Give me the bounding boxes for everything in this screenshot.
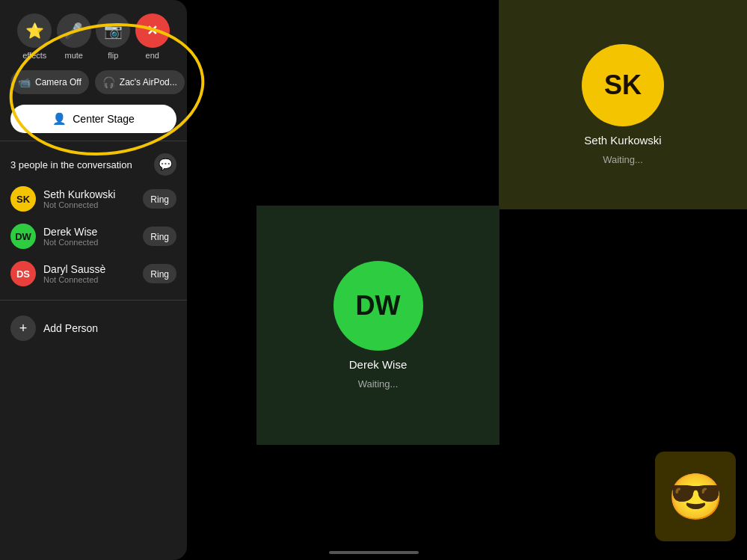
daryl-ring-label: Ring xyxy=(150,269,169,280)
center-stage-button[interactable]: 👤 Center Stage xyxy=(10,105,176,133)
daryl-ring-button[interactable]: Ring xyxy=(143,264,176,283)
seth-status: Not Connected xyxy=(43,200,135,209)
derek-ring-button[interactable]: Ring xyxy=(143,227,176,246)
flip-button[interactable]: 📷 flip xyxy=(96,13,130,60)
daryl-status: Not Connected xyxy=(43,275,135,284)
derek-name: Derek Wise xyxy=(43,226,135,238)
effects-label: effects xyxy=(22,51,46,60)
camera-off-button[interactable]: 📹 Camera Off xyxy=(10,70,89,94)
message-icon-button[interactable]: 💬 xyxy=(154,153,176,176)
seth-name: Seth Kurkowski xyxy=(43,188,135,200)
self-view: 😎 xyxy=(655,452,736,541)
seth-tile-status: Waiting... xyxy=(603,154,643,165)
controls-row: ⭐ effects 🎤 mute 📷 flip ✕ end xyxy=(0,0,187,63)
airpods-button[interactable]: 🎧 Zac's AirPod... xyxy=(95,70,185,94)
derek-sidebar-avatar: DW xyxy=(10,224,36,249)
derek-status: Not Connected xyxy=(43,238,135,247)
person-item-daryl[interactable]: DS Daryl Saussè Not Connected Ring xyxy=(0,255,187,292)
derek-tile-status: Waiting... xyxy=(358,378,399,390)
airpods-label: Zac's AirPod... xyxy=(120,77,177,87)
tile-seth: SK Seth Kurkowski Waiting... xyxy=(499,0,747,209)
sidebar: ⭐ effects 🎤 mute 📷 flip ✕ end 📹 Camera xyxy=(0,0,187,560)
end-icon: ✕ xyxy=(135,13,170,48)
center-stage-label: Center Stage xyxy=(73,113,135,125)
people-header: 3 people in the conversation 💬 xyxy=(0,149,187,180)
seth-avatar: SK xyxy=(582,44,664,126)
person-item-derek[interactable]: DW Derek Wise Not Connected Ring xyxy=(0,218,187,255)
end-button[interactable]: ✕ end xyxy=(135,13,170,60)
mute-button[interactable]: 🎤 mute xyxy=(57,13,91,60)
seth-tile-name: Seth Kurkowski xyxy=(584,134,661,147)
people-count: 3 people in the conversation xyxy=(10,159,132,170)
center-stage-icon: 👤 xyxy=(52,112,67,126)
seth-ring-label: Ring xyxy=(150,194,169,205)
mute-label: mute xyxy=(65,51,83,60)
add-person-label: Add Person xyxy=(43,322,98,334)
self-view-emoji: 😎 xyxy=(668,470,724,523)
derek-avatar: DW xyxy=(333,261,423,351)
derek-info: Derek Wise Not Connected xyxy=(43,226,135,247)
effects-button[interactable]: ⭐ effects xyxy=(17,13,52,60)
seth-sidebar-avatar: SK xyxy=(10,186,36,212)
airpods-icon: 🎧 xyxy=(102,76,115,88)
tile-derek: DW Derek Wise Waiting... xyxy=(256,206,499,445)
derek-tile-name: Derek Wise xyxy=(349,358,408,371)
derek-ring-label: Ring xyxy=(150,232,169,242)
seth-info: Seth Kurkowski Not Connected xyxy=(43,188,135,209)
flip-icon: 📷 xyxy=(96,13,130,48)
camera-off-icon: 📹 xyxy=(18,76,31,88)
device-row: 📹 Camera Off 🎧 Zac's AirPod... xyxy=(0,63,187,102)
flip-label: flip xyxy=(108,51,118,60)
divider-1 xyxy=(0,141,187,141)
end-label: end xyxy=(146,51,159,60)
mute-icon: 🎤 xyxy=(57,13,91,48)
divider-2 xyxy=(0,300,187,301)
daryl-info: Daryl Saussè Not Connected xyxy=(43,263,135,284)
add-person-button[interactable]: + Add Person xyxy=(0,308,187,348)
camera-off-label: Camera Off xyxy=(35,77,82,87)
scroll-indicator xyxy=(329,551,419,554)
daryl-name: Daryl Saussè xyxy=(43,263,135,275)
add-person-icon: + xyxy=(10,316,36,341)
seth-ring-button[interactable]: Ring xyxy=(143,189,176,209)
person-item-seth[interactable]: SK Seth Kurkowski Not Connected Ring xyxy=(0,180,187,218)
effects-icon: ⭐ xyxy=(17,13,52,48)
daryl-sidebar-avatar: DS xyxy=(10,261,36,286)
